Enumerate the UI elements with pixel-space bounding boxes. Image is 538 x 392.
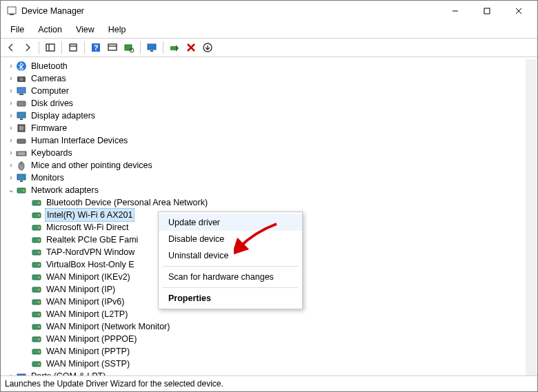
monitor-icon xyxy=(16,172,27,183)
forward-icon[interactable] xyxy=(20,40,35,55)
tree-item-label: Display adapters xyxy=(30,110,97,122)
back-icon[interactable] xyxy=(3,40,19,55)
display-icon xyxy=(16,110,27,121)
down-arrow-icon[interactable] xyxy=(200,40,215,55)
chevron-right-icon[interactable]: › xyxy=(6,147,16,159)
context-menu-item[interactable]: Properties xyxy=(159,290,302,307)
ports-icon xyxy=(16,371,27,376)
nic-icon xyxy=(31,222,42,233)
title-bar: Device Manager xyxy=(1,1,537,21)
tree-item[interactable]: WAN Miniport (Network Monitor) xyxy=(1,320,537,333)
svg-rect-68 xyxy=(38,363,40,365)
enable-icon[interactable] xyxy=(167,40,182,55)
help-icon[interactable]: ? xyxy=(88,40,103,55)
chevron-right-icon[interactable]: › xyxy=(6,110,16,122)
nic-icon xyxy=(31,358,42,369)
app-icon xyxy=(6,6,17,17)
chevron-right-icon[interactable]: › xyxy=(6,60,16,72)
chevron-right-icon[interactable]: › xyxy=(6,85,16,97)
tree-item-label: VirtualBox Host-Only E xyxy=(45,258,136,271)
tree-item-label: Mice and other pointing devices xyxy=(30,159,154,172)
svg-rect-66 xyxy=(38,351,40,353)
chevron-right-icon[interactable]: › xyxy=(6,72,16,85)
tree-item[interactable]: ›Human Interface Devices xyxy=(1,134,537,147)
toolbar-separator xyxy=(39,41,39,54)
scan-hardware-icon[interactable] xyxy=(121,40,137,55)
tree-item-label: Realtek PCIe GbE Fami xyxy=(45,234,139,246)
maximize-button[interactable] xyxy=(471,1,503,21)
nic-icon xyxy=(31,333,42,344)
vertical-scrollbar[interactable] xyxy=(526,59,537,375)
menu-view[interactable]: View xyxy=(69,23,101,37)
svg-rect-58 xyxy=(38,301,40,303)
status-bar: Launches the Update Driver Wizard for th… xyxy=(1,376,537,391)
svg-rect-56 xyxy=(38,289,40,291)
nic-icon xyxy=(31,296,42,307)
tree-item-label: Ports (COM & LPT) xyxy=(30,370,107,376)
monitor-icon[interactable] xyxy=(144,40,159,55)
svg-rect-40 xyxy=(23,189,25,192)
disk-icon xyxy=(16,98,27,109)
firmware-icon xyxy=(16,123,27,134)
bluetooth-icon xyxy=(16,61,27,72)
tree-item[interactable]: ›Mice and other pointing devices xyxy=(1,159,537,172)
svg-rect-50 xyxy=(38,251,40,254)
context-menu-item[interactable]: Disable device xyxy=(159,231,302,247)
minimize-button[interactable] xyxy=(439,1,471,21)
tree-item[interactable]: WAN Miniport (PPTP) xyxy=(1,345,537,358)
tree-item[interactable]: WAN Miniport (SSTP) xyxy=(1,358,537,370)
tree-item[interactable]: ›Firmware xyxy=(1,122,537,134)
tree-item[interactable]: ›Monitors xyxy=(1,172,537,184)
menu-file[interactable]: File xyxy=(3,23,31,37)
svg-rect-42 xyxy=(38,202,40,204)
context-menu-item[interactable]: Uninstall device xyxy=(159,247,302,264)
svg-rect-28 xyxy=(20,118,23,120)
update-driver-icon[interactable] xyxy=(105,40,120,55)
context-menu-item[interactable]: Scan for hardware changes xyxy=(159,269,302,285)
menu-action[interactable]: Action xyxy=(31,23,69,37)
properties-icon[interactable] xyxy=(66,40,81,55)
context-menu-separator xyxy=(163,287,298,288)
svg-rect-0 xyxy=(8,7,16,14)
tree-item-label: WAN Miniport (IP) xyxy=(45,283,117,296)
chevron-right-icon[interactable]: › xyxy=(6,97,16,110)
tree-item-label: WAN Miniport (SSTP) xyxy=(45,358,131,370)
tree-item[interactable]: WAN Miniport (L2TP) xyxy=(1,308,537,320)
tree-item[interactable]: ›Disk drives xyxy=(1,97,537,110)
tree-item-label: Computer xyxy=(30,85,70,97)
svg-point-22 xyxy=(20,78,23,81)
svg-rect-44 xyxy=(38,214,40,216)
show-hide-tree-icon[interactable] xyxy=(43,40,58,55)
toolbar: ? xyxy=(1,38,537,57)
tree-item[interactable]: ⌄Network adapters xyxy=(1,184,537,196)
nic-icon xyxy=(31,247,42,258)
svg-rect-23 xyxy=(17,87,26,93)
svg-rect-12 xyxy=(108,44,117,50)
chevron-right-icon[interactable]: › xyxy=(6,370,16,376)
tree-item-label: WAN Miniport (IKEv2) xyxy=(45,271,132,283)
tree-item[interactable]: ›Display adapters xyxy=(1,110,537,122)
chevron-right-icon[interactable]: › xyxy=(6,122,16,134)
tree-item[interactable]: ›Ports (COM & LPT) xyxy=(1,370,537,376)
tree-item-label: Network adapters xyxy=(30,184,100,196)
tree-item[interactable]: Bluetooth Device (Personal Area Network) xyxy=(1,196,537,209)
tree-item-label: WAN Miniport (L2TP) xyxy=(45,308,129,320)
context-menu-item[interactable]: Update driver xyxy=(159,214,302,231)
menu-help[interactable]: Help xyxy=(101,23,133,37)
svg-rect-62 xyxy=(38,326,40,328)
tree-item[interactable]: ›Cameras xyxy=(1,72,537,85)
chevron-right-icon[interactable]: › xyxy=(6,134,16,147)
tree-item-label: Firmware xyxy=(30,122,68,134)
tree-item[interactable]: ›Bluetooth xyxy=(1,60,537,72)
tree-item[interactable]: ›Keyboards xyxy=(1,147,537,159)
chevron-right-icon[interactable]: › xyxy=(6,159,16,172)
tree-item-label: Microsoft Wi-Fi Direct xyxy=(45,221,130,234)
tree-item-label: Bluetooth xyxy=(30,60,69,72)
tree-item[interactable]: ›Computer xyxy=(1,85,537,97)
tree-item[interactable]: WAN Miniport (PPPOE) xyxy=(1,333,537,345)
chevron-right-icon[interactable]: › xyxy=(6,172,16,184)
uninstall-icon[interactable] xyxy=(183,40,199,55)
chevron-down-icon[interactable]: ⌄ xyxy=(6,184,16,196)
camera-icon xyxy=(16,73,27,84)
close-button[interactable] xyxy=(503,1,535,21)
